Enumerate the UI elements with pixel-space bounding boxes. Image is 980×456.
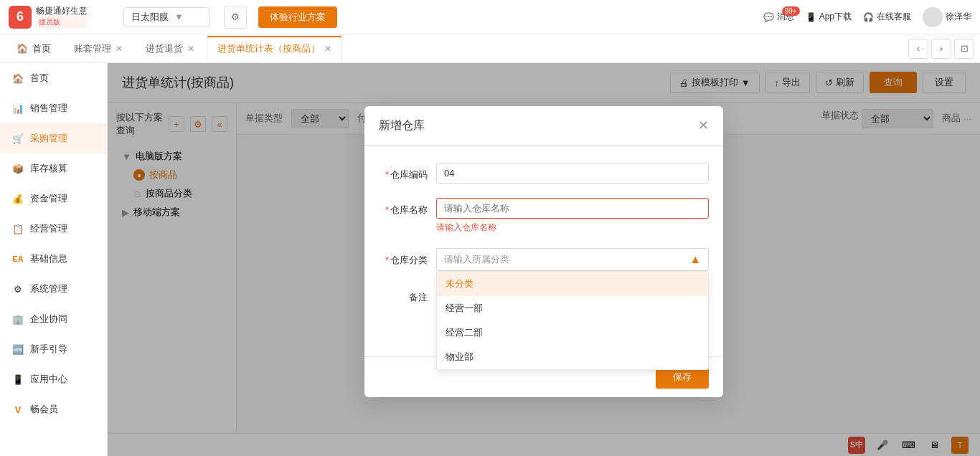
dropdown-option-1[interactable]: 经营一部 — [437, 296, 708, 320]
top-nav: 6 畅捷通好生意 捷员版 日太阳膜 ▼ ⚙ 体验行业方案 💬 消息 99+ 📱 … — [0, 0, 980, 34]
operation-icon: 📋 — [11, 222, 24, 235]
modal-title: 新增仓库 — [379, 118, 425, 133]
logo-icon: 6 — [9, 6, 32, 29]
appcenter-icon: 📱 — [11, 373, 24, 386]
app-download-item[interactable]: 📱 App下载 — [806, 11, 852, 23]
sidebar-basic-label: 基础信息 — [30, 252, 67, 265]
store-selector[interactable]: 日太阳膜 ▼ — [123, 7, 209, 27]
tab-account[interactable]: 账套管理 ✕ — [63, 36, 133, 62]
sidebar-item-enterprise[interactable]: 🏢 企业协同 — [0, 304, 107, 334]
category-dropdown-list: 未分类 经营一部 经营二部 物业部 — [436, 271, 709, 370]
tab-purchase-return-close[interactable]: ✕ — [187, 44, 194, 54]
name-input[interactable] — [436, 198, 709, 219]
sidebar-home-label: 首页 — [30, 72, 49, 85]
tab-purchase-stats-label: 进货单统计表（按商品） — [217, 42, 320, 55]
tab-purchase-stats[interactable]: 进货单统计表（按商品） ✕ — [207, 36, 342, 62]
dropdown-option-3[interactable]: 物业部 — [437, 345, 708, 369]
tab-purchase-return[interactable]: 进货退货 ✕ — [135, 36, 205, 62]
sidebar-purchase-label: 采购管理 — [30, 132, 67, 145]
form-row-name: 仓库名称 请输入仓库名称 — [379, 198, 709, 234]
sidebar-item-purchase[interactable]: 🛒 采购管理 — [0, 123, 107, 153]
finance-icon: 💰 — [11, 192, 24, 205]
tab-next-button[interactable]: › — [931, 39, 951, 59]
sidebar-item-sales[interactable]: 📊 销售管理 — [0, 93, 107, 123]
message-badge: 99+ — [782, 6, 800, 16]
sidebar-vip-label: 畅会员 — [30, 403, 58, 416]
sidebar-system-label: 系统管理 — [30, 282, 67, 295]
user-item[interactable]: 徐泽华 — [923, 7, 971, 27]
guide-icon: 🆕 — [11, 343, 24, 356]
gear-button[interactable]: ⚙ — [224, 6, 247, 29]
modal-overlay: 新增仓库 ✕ 仓库编码 仓库名称 — [108, 63, 980, 456]
sidebar-item-inventory[interactable]: 📦 库存核算 — [0, 153, 107, 184]
sidebar-appcenter-label: 应用中心 — [30, 373, 67, 386]
sidebar-item-operation[interactable]: 📋 经营管理 — [0, 214, 107, 244]
sidebar-inventory-label: 库存核算 — [30, 162, 67, 175]
top-nav-center: ⚙ 体验行业方案 — [209, 6, 763, 29]
tab-account-label: 账套管理 — [74, 42, 111, 55]
sidebar-enterprise-label: 企业协同 — [30, 313, 67, 326]
form-row-code: 仓库编码 — [379, 163, 709, 184]
logo-text: 畅捷通好生意 — [36, 6, 88, 17]
headset-icon: 🎧 — [863, 12, 874, 22]
avatar — [923, 7, 943, 27]
sidebar-item-appcenter[interactable]: 📱 应用中心 — [0, 364, 107, 394]
category-select[interactable]: 请输入所属分类 ▲ — [436, 248, 709, 271]
mobile-icon: 📱 — [806, 12, 816, 22]
name-field-wrap: 请输入仓库名称 — [436, 198, 709, 234]
tab-home-label: 首页 — [32, 42, 51, 55]
tab-purchase-stats-close[interactable]: ✕ — [324, 44, 331, 54]
tab-home[interactable]: 🏠 首页 — [6, 36, 62, 62]
sidebar-item-system[interactable]: ⚙ 系统管理 — [0, 274, 107, 304]
modal-header: 新增仓库 ✕ — [364, 106, 723, 146]
inventory-icon: 📦 — [11, 162, 24, 175]
app-download-label: App下载 — [819, 11, 852, 23]
tab-bar: 🏠 首页 账套管理 ✕ 进货退货 ✕ 进货单统计表（按商品） ✕ ‹ › ⊡ — [0, 34, 980, 63]
home-sidebar-icon: 🏠 — [11, 72, 24, 85]
tab-prev-button[interactable]: ‹ — [908, 39, 928, 59]
notes-label: 备注 — [379, 285, 436, 304]
sidebar-item-guide[interactable]: 🆕 新手引导 — [0, 334, 107, 364]
code-field-wrap — [436, 163, 709, 184]
sidebar-finance-label: 资金管理 — [30, 192, 67, 205]
category-field-wrap: 请输入所属分类 ▲ 未分类 经营一部 经营二部 物业部 — [436, 248, 709, 271]
tab-account-close[interactable]: ✕ — [116, 44, 123, 54]
trial-button[interactable]: 体验行业方案 — [258, 6, 337, 28]
top-nav-right: 💬 消息 99+ 📱 App下载 🎧 在线客服 徐泽华 — [763, 7, 971, 27]
main-layout: 🏠 首页 📊 销售管理 🛒 采购管理 📦 库存核算 💰 资金管理 📋 经营管理 … — [0, 63, 980, 456]
name-label: 仓库名称 — [379, 198, 436, 217]
dropdown-option-2[interactable]: 经营二部 — [437, 320, 708, 345]
sidebar-item-home[interactable]: 🏠 首页 — [0, 63, 107, 93]
category-placeholder: 请输入所属分类 — [444, 253, 509, 266]
basic-icon: EA — [11, 252, 24, 265]
code-label: 仓库编码 — [379, 163, 436, 181]
sidebar-item-finance[interactable]: 💰 资金管理 — [0, 184, 107, 214]
sidebar-operation-label: 经营管理 — [30, 222, 67, 235]
dropdown-option-0[interactable]: 未分类 — [437, 272, 708, 296]
sales-icon: 📊 — [11, 102, 24, 115]
purchase-icon: 🛒 — [11, 132, 24, 145]
logo-badge: 捷员版 — [36, 16, 88, 28]
home-icon: 🏠 — [17, 43, 28, 54]
online-service-item[interactable]: 🎧 在线客服 — [863, 11, 911, 23]
system-icon: ⚙ — [11, 282, 24, 295]
store-dropdown-icon: ▼ — [174, 11, 184, 22]
vip-icon: V — [11, 403, 24, 416]
category-label: 仓库分类 — [379, 248, 436, 267]
enterprise-icon: 🏢 — [11, 313, 24, 326]
sidebar-item-vip[interactable]: V 畅会员 — [0, 394, 107, 424]
modal-body: 仓库编码 仓库名称 请输入仓库名称 — [364, 146, 723, 356]
code-input[interactable] — [436, 163, 709, 184]
tab-purchase-return-label: 进货退货 — [146, 42, 183, 55]
message-nav-item[interactable]: 💬 消息 99+ — [763, 11, 794, 23]
tab-expand-button[interactable]: ⊡ — [954, 39, 974, 59]
form-row-category: 仓库分类 请输入所属分类 ▲ 未分类 经营一部 经营二部 物业 — [379, 248, 709, 271]
tab-bar-right: ‹ › ⊡ — [908, 39, 974, 59]
sidebar-item-basic[interactable]: EA 基础信息 — [0, 244, 107, 274]
sidebar: 🏠 首页 📊 销售管理 🛒 采购管理 📦 库存核算 💰 资金管理 📋 经营管理 … — [0, 63, 108, 456]
sidebar-sales-label: 销售管理 — [30, 102, 67, 115]
sidebar-guide-label: 新手引导 — [30, 343, 67, 356]
modal-close-button[interactable]: ✕ — [698, 118, 709, 133]
category-dropdown-arrow: ▲ — [689, 253, 701, 266]
username: 徐泽华 — [946, 11, 971, 23]
